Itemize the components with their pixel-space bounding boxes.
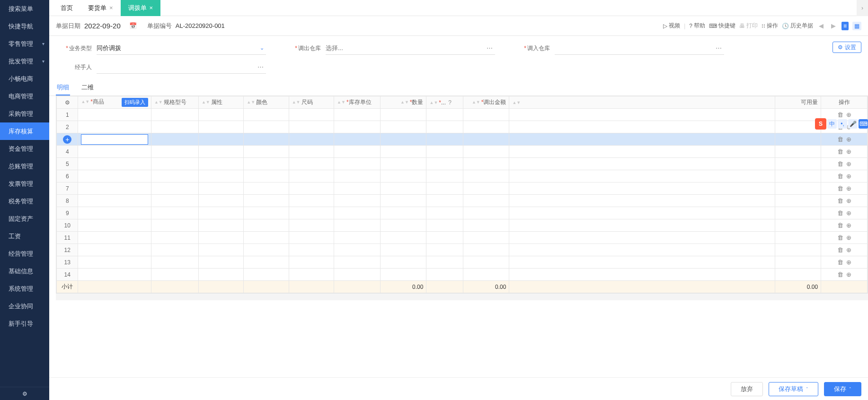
insert-icon[interactable]: ⊕ — [846, 197, 851, 204]
delete-icon[interactable]: 🗑 — [837, 259, 843, 266]
product-input[interactable] — [81, 134, 148, 145]
cell-product[interactable] — [78, 269, 151, 281]
cell-product[interactable] — [78, 195, 151, 207]
prev-doc[interactable]: ◀ — [817, 22, 825, 29]
delete-icon[interactable]: 🗑 — [837, 222, 843, 229]
delete-icon[interactable]: 🗑 — [837, 197, 843, 204]
col-size[interactable]: ▲▼尺码 — [289, 96, 334, 109]
date-value[interactable]: 2022-09-20 — [84, 22, 121, 30]
video-link[interactable]: ▷视频 — [663, 22, 680, 30]
insert-icon[interactable]: ⊕ — [846, 209, 851, 217]
h-scrollbar[interactable] — [56, 294, 868, 300]
more-icon[interactable]: ⋯ — [716, 44, 722, 52]
table-row[interactable]: 9🗑⊕ — [57, 207, 868, 219]
subtab-2d[interactable]: 二维 — [80, 80, 95, 96]
cell-product[interactable] — [78, 219, 151, 232]
insert-icon[interactable]: ⊕ — [846, 185, 851, 192]
help-link[interactable]: ?帮助 — [689, 22, 705, 30]
sidebar-item-1[interactable]: 快捷导航 — [0, 17, 49, 35]
sidebar-item-0[interactable]: 搜索菜单 — [0, 0, 49, 17]
col-color[interactable]: ▲▼颜色 — [244, 96, 289, 109]
view-grid-icon[interactable]: ▦ — [852, 22, 861, 30]
cell-product[interactable] — [78, 232, 151, 244]
delete-icon[interactable]: 🗑 — [837, 246, 843, 253]
op-link[interactable]: ⁝⁝操作 — [762, 22, 778, 30]
sidebar-item-18[interactable]: 新手引导 — [0, 315, 49, 332]
insert-icon[interactable]: ⊕ — [846, 234, 851, 241]
delete-icon[interactable]: 🗑 — [837, 271, 843, 278]
delete-icon[interactable]: 🗑 — [837, 209, 843, 217]
table-row[interactable]: 5🗑⊕ — [57, 158, 868, 170]
ime-lang[interactable]: 中 — [827, 119, 837, 129]
table-row[interactable]: 6🗑⊕ — [57, 170, 868, 183]
delete-icon[interactable]: 🗑 — [837, 111, 843, 118]
insert-icon[interactable]: ⊕ — [846, 259, 851, 266]
sidebar-item-7[interactable]: 库存核算 — [0, 122, 49, 140]
col-amount[interactable]: ▲▼*调出金额 — [463, 96, 509, 109]
insert-icon[interactable]: ⊕ — [846, 271, 851, 278]
sidebar-item-10[interactable]: 发票管理 — [0, 175, 49, 192]
sidebar-item-11[interactable]: 税务管理 — [0, 192, 49, 210]
sidebar-item-5[interactable]: 电商管理 — [0, 87, 49, 105]
table-row[interactable]: 10🗑⊕ — [57, 219, 868, 232]
cell-product[interactable] — [78, 109, 151, 121]
biz-type-select[interactable]: ⌄ — [97, 42, 266, 55]
add-row-button[interactable]: + — [63, 135, 71, 144]
insert-icon[interactable]: ⊕ — [846, 246, 851, 253]
table-row[interactable]: 11🗑⊕ — [57, 232, 868, 244]
tab-1[interactable]: 要货单× — [80, 0, 121, 16]
calendar-icon[interactable]: 📅 — [129, 22, 137, 29]
insert-icon[interactable]: ⊕ — [846, 222, 851, 229]
sidebar-item-16[interactable]: 系统管理 — [0, 280, 49, 297]
cell-product[interactable] — [78, 183, 151, 195]
out-warehouse-select[interactable]: ⋯ — [326, 42, 495, 55]
discard-button[interactable]: 放弃 — [731, 382, 763, 396]
tab-0[interactable]: 首页 — [53, 0, 80, 16]
cell-product[interactable] — [78, 158, 151, 170]
sidebar-item-6[interactable]: 采购管理 — [0, 105, 49, 122]
cell-product[interactable] — [78, 121, 151, 133]
table-row[interactable]: +🗑⊕ — [57, 133, 868, 146]
sidebar-item-2[interactable]: 零售管理▾ — [0, 35, 49, 52]
sidebar-item-4[interactable]: 小畅电商 — [0, 70, 49, 87]
tab-2[interactable]: 调拨单× — [121, 0, 161, 16]
ime-toolbar[interactable]: S 中 •, 🎤 ⌨ — [815, 118, 868, 130]
cell-product[interactable] — [78, 133, 151, 146]
sidebar-item-9[interactable]: 总账管理 — [0, 157, 49, 175]
delete-icon[interactable]: 🗑 — [837, 148, 843, 155]
settings-button[interactable]: ⚙ 设置 — [833, 42, 861, 53]
col-avail[interactable]: 可用量 — [775, 96, 821, 109]
table-row[interactable]: 2🗑⊕ — [57, 121, 868, 133]
close-icon[interactable]: × — [109, 4, 113, 11]
table-row[interactable]: 4🗑⊕ — [57, 146, 868, 158]
cell-product[interactable] — [78, 146, 151, 158]
ime-logo-icon[interactable]: S — [815, 118, 826, 130]
save-draft-button[interactable]: 保存草稿˄ — [769, 382, 818, 396]
table-row[interactable]: 12🗑⊕ — [57, 244, 868, 256]
col-attr[interactable]: ▲▼属性 — [198, 96, 243, 109]
insert-icon[interactable]: ⊕ — [846, 173, 851, 180]
col-blank[interactable]: ▲▼ — [509, 96, 775, 109]
handler-select[interactable]: ⋯ — [97, 61, 266, 74]
save-button[interactable]: 保存˄ — [824, 382, 861, 396]
sidebar-item-8[interactable]: 资金管理 — [0, 140, 49, 157]
col-qty[interactable]: ▲▼*数量 — [380, 96, 426, 109]
help-icon[interactable]: ? — [448, 99, 452, 106]
table-row[interactable]: 8🗑⊕ — [57, 195, 868, 207]
cell-product[interactable] — [78, 170, 151, 183]
sidebar-item-17[interactable]: 企业协同 — [0, 297, 49, 315]
sidebar-item-3[interactable]: 批发管理▾ — [0, 52, 49, 70]
ime-punct-icon[interactable]: •, — [838, 119, 847, 129]
col-price[interactable]: ▲▼*... ? — [426, 96, 463, 109]
in-warehouse-select[interactable]: ⋯ — [555, 42, 724, 55]
sidebar-item-13[interactable]: 工资 — [0, 227, 49, 245]
insert-icon[interactable]: ⊕ — [846, 160, 851, 167]
table-row[interactable]: 1🗑⊕ — [57, 109, 868, 121]
insert-icon[interactable]: ⊕ — [846, 148, 851, 155]
more-icon[interactable]: ⋯ — [487, 44, 493, 52]
sidebar-settings[interactable]: ⚙ — [0, 387, 49, 400]
col-spec[interactable]: ▲▼规格型号 — [151, 96, 198, 109]
cell-product[interactable] — [78, 244, 151, 256]
view-list-icon[interactable]: ≡ — [841, 22, 849, 30]
sidebar-item-12[interactable]: 固定资产 — [0, 210, 49, 227]
